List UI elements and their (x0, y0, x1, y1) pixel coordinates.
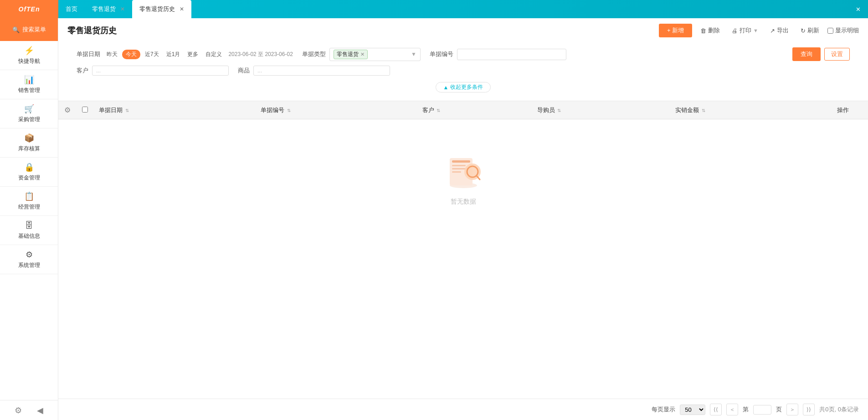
sidebar-item-operation-label: 经营管理 (18, 203, 40, 211)
svg-rect-5 (452, 171, 461, 173)
date-opt-more[interactable]: 更多 (185, 50, 201, 59)
export-button[interactable]: ↗ 导出 (766, 25, 792, 36)
sidebar-search-label: 搜索菜单 (22, 26, 46, 34)
collapse-row: ▲ 收起更多条件 (77, 80, 850, 96)
date-opt-yesterday[interactable]: 昨天 (104, 50, 120, 59)
page-unit: 页 (776, 405, 782, 414)
print-button[interactable]: 🖨 打印 ▼ (728, 25, 762, 36)
page-number-input[interactable]: 1 (753, 405, 771, 415)
query-button[interactable]: 查询 (792, 47, 821, 61)
goods-placeholder: ... (257, 67, 262, 74)
empty-state: 暂无数据 (58, 119, 868, 233)
last-page-button[interactable]: ⟩⟩ (803, 404, 815, 415)
show-detail-input[interactable] (827, 28, 833, 34)
type-select[interactable]: 零售退货 ✕ ▼ (329, 48, 421, 61)
search-icon: 🔍 (12, 26, 20, 33)
tab-retail-return-history-label: 零售退货历史 (139, 5, 175, 13)
sidebar-item-quick-nav[interactable]: ⚡ 快捷导航 (0, 41, 58, 70)
num-filter-input[interactable] (457, 49, 566, 60)
delete-label: 删除 (708, 26, 720, 35)
sidebar-item-finance[interactable]: 🔒 资金管理 (0, 158, 58, 187)
main-layout: 🔍 搜索菜单 ⚡ 快捷导航 📊 销售管理 🛒 采购管理 📦 库存核算 🔒 资金管… (0, 18, 868, 420)
table-gear-icon[interactable]: ⚙ (64, 106, 71, 114)
refresh-label: 刷新 (807, 26, 819, 35)
quick-nav-icon: ⚡ (24, 46, 34, 56)
sidebar-item-finance-label: 资金管理 (18, 174, 40, 182)
th-settings: ⚙ (58, 101, 77, 119)
svg-rect-3 (452, 165, 466, 166)
page-title-row: 零售退货历史 + 新增 🗑 删除 🖨 打印 ▼ ↗ 导出 (67, 24, 859, 37)
delete-button[interactable]: 🗑 删除 (697, 25, 724, 36)
collapse-button[interactable]: ▲ 收起更多条件 (436, 82, 491, 92)
next-page-button[interactable]: ＞ (786, 404, 798, 415)
tab-bar: 首页 零售退货 ✕ 零售退货历史 ✕ (58, 0, 856, 18)
settings-bottom-icon[interactable]: ⚙ (15, 405, 22, 415)
tab-retail-return-history[interactable]: 零售退货历史 ✕ (132, 0, 191, 18)
sidebar-item-sales-label: 销售管理 (18, 87, 40, 94)
customer-select[interactable]: ... (92, 66, 229, 76)
per-page-select[interactable]: 50 10 20 100 (680, 405, 705, 415)
sidebar-item-purchase[interactable]: 🛒 采购管理 (0, 99, 58, 128)
sidebar-item-operation[interactable]: 📋 经营管理 (0, 187, 58, 216)
top-bar-close[interactable]: ✕ (856, 6, 868, 13)
customer-filter-label: 客户 (77, 67, 88, 75)
sidebar: 🔍 搜索菜单 ⚡ 快捷导航 📊 销售管理 🛒 采购管理 📦 库存核算 🔒 资金管… (0, 18, 58, 420)
collapse-sidebar-icon[interactable]: ◀ (37, 405, 43, 415)
date-opt-today[interactable]: 今天 (122, 50, 140, 59)
th-num: 单据编号 ⇅ (255, 101, 417, 119)
first-page-button[interactable]: ⟨⟨ (710, 404, 722, 415)
sales-icon: 📊 (24, 75, 34, 85)
num-filter-label: 单据编号 (430, 50, 453, 58)
type-tag-close[interactable]: ✕ (360, 51, 365, 57)
tab-retail-return-history-close[interactable]: ✕ (180, 6, 184, 12)
table-wrapper: ⚙ 单据日期 ⇅ 单据编号 ⇅ (58, 101, 868, 399)
tab-home-label: 首页 (66, 5, 77, 13)
add-button[interactable]: + 新增 (659, 24, 692, 37)
tab-retail-return[interactable]: 零售退货 ✕ (85, 0, 132, 18)
page-header: 零售退货历史 + 新增 🗑 删除 🖨 打印 ▼ ↗ 导出 (58, 18, 868, 101)
sidebar-item-quick-nav-label: 快捷导航 (18, 57, 40, 65)
sidebar-item-purchase-label: 采购管理 (18, 116, 40, 123)
date-sort-icon[interactable]: ⇅ (125, 108, 129, 113)
prev-page-button[interactable]: ＜ (726, 404, 738, 415)
amount-sort-icon[interactable]: ⇅ (702, 108, 705, 113)
pagination-bar: 每页显示 50 10 20 100 ⟨⟨ ＜ 第 1 页 ＞ ⟩⟩ 共0页, 0… (58, 399, 868, 420)
show-detail-checkbox[interactable]: 显示明细 (827, 26, 859, 35)
sidebar-item-basic[interactable]: 🗄 基础信息 (0, 216, 58, 245)
type-tag: 零售退货 ✕ (334, 50, 368, 59)
num-sort-icon[interactable]: ⇅ (287, 108, 291, 113)
goods-select[interactable]: ... (253, 66, 390, 76)
type-select-arrow: ▼ (411, 51, 416, 57)
refresh-button[interactable]: ↻ 刷新 (797, 25, 823, 36)
collapse-icon: ▲ (443, 84, 449, 91)
customer-sort-icon[interactable]: ⇅ (437, 108, 440, 113)
customer-filter-group: 客户 ... (77, 66, 229, 76)
guide-sort-icon[interactable]: ⇅ (557, 108, 561, 113)
export-label: 导出 (777, 26, 789, 35)
show-detail-label-text: 显示明细 (835, 26, 859, 35)
date-opt-7days[interactable]: 近7天 (142, 50, 162, 59)
customer-placeholder: ... (96, 67, 101, 74)
sidebar-item-inventory[interactable]: 📦 库存核算 (0, 128, 58, 158)
sidebar-item-system[interactable]: ⚙ 系统管理 (0, 245, 58, 274)
date-filter-group: 单据日期 昨天 今天 近7天 近1月 更多 自定义 2023-06-02 至 2… (77, 50, 293, 59)
collapse-label: 收起更多条件 (450, 83, 483, 91)
set-button[interactable]: 设置 (824, 48, 850, 61)
filter-row-2: 客户 ... 商品 ... (77, 66, 850, 76)
date-opt-custom[interactable]: 自定义 (203, 50, 225, 59)
th-date: 单据日期 ⇅ (93, 101, 255, 119)
page-title: 零售退货历史 (67, 25, 117, 36)
sidebar-item-inventory-label: 库存核算 (18, 145, 40, 153)
sidebar-search[interactable]: 🔍 搜索菜单 (0, 18, 58, 41)
date-opt-1month[interactable]: 近1月 (164, 50, 183, 59)
tab-retail-return-close[interactable]: ✕ (120, 6, 125, 12)
sidebar-bottom: ⚙ ◀ (0, 400, 58, 420)
select-all-checkbox[interactable] (82, 107, 88, 113)
th-customer: 客户 ⇅ (417, 101, 532, 119)
type-filter-group: 单据类型 零售退货 ✕ ▼ (302, 48, 421, 61)
page-label: 第 (743, 405, 749, 414)
sidebar-item-sales[interactable]: 📊 销售管理 (0, 70, 58, 99)
tab-home[interactable]: 首页 (58, 0, 85, 18)
basic-icon: 🗄 (24, 220, 34, 230)
filter-row-1: 单据日期 昨天 今天 近7天 近1月 更多 自定义 2023-06-02 至 2… (77, 47, 850, 61)
